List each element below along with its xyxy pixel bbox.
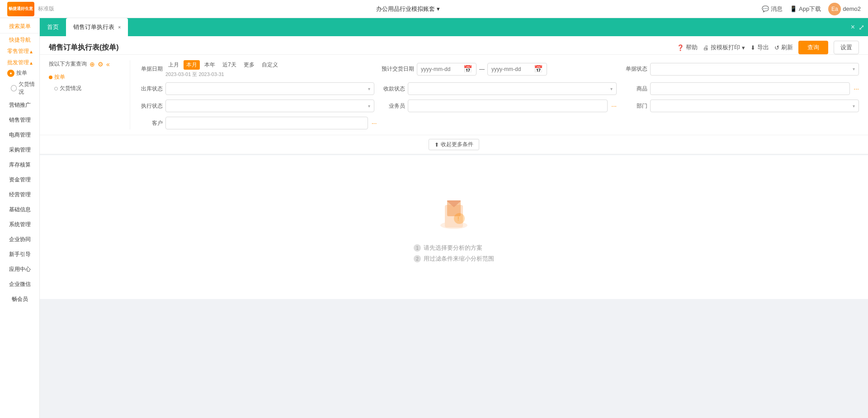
- active-tab-label: 销售订单执行表: [73, 23, 114, 31]
- sidebar-item-finance[interactable]: 资金管理: [0, 172, 39, 187]
- filter-row-1: 单据日期 上月 本月 本年 近7天 更多 自定义: [139, 60, 859, 78]
- payment-chevron-icon: ▾: [610, 86, 613, 91]
- sidebar-vip-label: 畅会员: [12, 295, 28, 303]
- scheme-settings-icon[interactable]: ⚙: [98, 61, 104, 68]
- sidebar-basic-label: 基础信息: [9, 206, 31, 214]
- settings-button[interactable]: 设置: [834, 41, 859, 54]
- sidebar-item-inventory[interactable]: 库存核算: [0, 157, 39, 172]
- main-layout: 搜索菜单 快捷导航 零售管理 ▴ 批发管理 ▴ ● 按单 欠货情况 营销推广 销…: [0, 18, 868, 418]
- export-icon: ⬇: [750, 44, 755, 51]
- tab-bar-actions: × ⤢: [851, 23, 868, 32]
- sidebar-sales-label: 销售管理: [9, 116, 31, 124]
- refresh-button[interactable]: ↺ 刷新: [774, 43, 793, 52]
- empty-tips: 1 请先选择要分析的方案 2 用过滤条件来缩小分析范围: [414, 244, 494, 263]
- help-icon: ❓: [677, 44, 684, 51]
- empty-state: ! 1 请先选择要分析的方案 2 用过滤条件来缩小分析范围: [40, 155, 868, 299]
- date-tab-7days[interactable]: 近7天: [220, 60, 239, 70]
- filter-row-3: 执行状态 ▾ 业务员 ···: [139, 100, 859, 112]
- date-tab-this-year[interactable]: 本年: [202, 60, 218, 70]
- expected-date-start-wrap[interactable]: 📅: [417, 63, 476, 76]
- sidebar-item-vip[interactable]: 畅会员: [0, 292, 39, 307]
- app-download-button[interactable]: 📱 App下载: [790, 5, 821, 13]
- svg-point-4: [454, 213, 465, 224]
- content-area: 首页 销售订单执行表 × × ⤢ 销售订单执行表(按单) ❓ 帮助: [40, 18, 868, 418]
- salesperson-label: 业务员: [382, 102, 405, 110]
- filter-fields: 单据日期 上月 本月 本年 近7天 更多 自定义: [139, 60, 859, 129]
- sidebar-debt-label: 欠货情况: [19, 81, 39, 96]
- goods-ellipsis-icon[interactable]: ···: [854, 85, 859, 92]
- print-button[interactable]: 🖨 按模板打印 ▾: [703, 43, 745, 52]
- sidebar-item-newbie[interactable]: 新手引导: [0, 247, 39, 262]
- delivery-chevron-icon: ▾: [368, 86, 370, 91]
- date-tab-this-month[interactable]: 本月: [184, 60, 200, 70]
- goods-input[interactable]: [650, 82, 850, 95]
- sidebar-ecommerce-label: 电商管理: [9, 131, 31, 139]
- sidebar-item-basic[interactable]: 基础信息: [0, 202, 39, 217]
- sidebar-item-operations[interactable]: 经营管理: [0, 187, 39, 202]
- expected-date-start-input[interactable]: [421, 66, 462, 72]
- expected-date-label: 预计交货日期: [382, 65, 414, 73]
- refresh-icon: ↺: [774, 44, 779, 51]
- sidebar-item-press-order[interactable]: ● 按单: [0, 67, 39, 79]
- sidebar-item-wechat[interactable]: 企业微信: [0, 277, 39, 292]
- date-tab-last-month[interactable]: 上月: [165, 60, 182, 70]
- date-tab-custom[interactable]: 自定义: [259, 60, 281, 70]
- tab-minimize-icon[interactable]: ×: [851, 23, 855, 31]
- filter-row-2: 出库状态 ▾ 收款状态 ▾: [139, 82, 859, 95]
- scheme-collapse-icon[interactable]: «: [106, 61, 110, 68]
- payment-status-select[interactable]: ▾: [408, 82, 617, 95]
- filter-goods-field: 商品 ···: [624, 82, 859, 95]
- sidebar-item-appstore[interactable]: 应用中心: [0, 262, 39, 277]
- app-title[interactable]: 办公用品行业模拟账套 ▾: [376, 5, 440, 13]
- sidebar-item-system[interactable]: 系统管理: [0, 217, 39, 232]
- sidebar-search[interactable]: 搜索菜单: [0, 18, 39, 33]
- sidebar-item-retail[interactable]: 零售管理 ▴: [0, 45, 39, 56]
- filter-date-field: 单据日期 上月 本月 本年 近7天 更多 自定义: [139, 60, 374, 78]
- sidebar-item-purchase[interactable]: 采购管理: [0, 142, 39, 157]
- sidebar-item-marketing[interactable]: 营销推广: [0, 98, 39, 113]
- date-tab-more[interactable]: 更多: [241, 60, 257, 70]
- sidebar-quick-nav[interactable]: 快捷导航: [0, 33, 39, 45]
- tab-sales-order[interactable]: 销售订单执行表 ×: [66, 18, 128, 36]
- scheme-item-press-order[interactable]: 按单: [49, 71, 123, 83]
- sidebar-item-ecommerce[interactable]: 电商管理: [0, 128, 39, 142]
- user-menu[interactable]: Ea demo2: [828, 3, 861, 15]
- chevron-up-icon: ▴: [30, 48, 33, 55]
- messages-button[interactable]: 💬 消息: [762, 5, 783, 13]
- filter-main: 按以下方案查询 ⊕ ⚙ « 按单 欠货情况: [49, 60, 859, 129]
- sidebar-wechat-label: 企业微信: [9, 280, 31, 288]
- filter-customer-field: 客户 ···: [139, 117, 377, 129]
- topbar: 畅捷通好生意 标准版 办公用品行业模拟账套 ▾ 💬 消息 📱 App下载 Ea …: [0, 0, 868, 18]
- sidebar-item-debt[interactable]: 欠货情况: [0, 79, 39, 98]
- export-button[interactable]: ⬇ 导出: [750, 43, 769, 52]
- salesperson-ellipsis-icon[interactable]: ···: [611, 102, 617, 109]
- sidebar-operations-label: 经营管理: [9, 191, 31, 199]
- exec-chevron-icon: ▾: [368, 104, 370, 109]
- collapse-button[interactable]: ⬆ 收起更多条件: [429, 139, 479, 150]
- tab-home[interactable]: 首页: [40, 18, 66, 36]
- filter-doc-status-field: 单据状态 ▾: [624, 63, 859, 76]
- expected-date-end-input[interactable]: [491, 66, 532, 72]
- tab-maximize-icon[interactable]: ⤢: [859, 23, 864, 32]
- doc-status-select[interactable]: ▾: [650, 63, 859, 76]
- query-button[interactable]: 查询: [798, 41, 828, 54]
- sidebar-item-wholesale[interactable]: 批发管理 ▴: [0, 56, 39, 67]
- help-button[interactable]: ❓ 帮助: [677, 43, 698, 52]
- doc-status-label: 单据状态: [624, 65, 647, 73]
- department-select[interactable]: ▾: [650, 100, 859, 112]
- active-indicator: ●: [7, 70, 14, 77]
- tab-close-icon[interactable]: ×: [118, 24, 121, 30]
- customer-input[interactable]: [165, 117, 368, 129]
- print-icon: 🖨: [703, 44, 709, 51]
- sidebar-item-enterprise[interactable]: 企业协同: [0, 232, 39, 247]
- salesperson-input[interactable]: [408, 100, 608, 112]
- tab-bar: 首页 销售订单执行表 × × ⤢: [40, 18, 868, 36]
- logo: 畅捷通好生意: [7, 2, 34, 16]
- expected-date-end-wrap[interactable]: 📅: [487, 63, 547, 76]
- customer-ellipsis-icon[interactable]: ···: [372, 119, 377, 127]
- scheme-item-debt[interactable]: 欠货情况: [49, 83, 123, 94]
- exec-status-select[interactable]: ▾: [165, 100, 374, 112]
- scheme-add-icon[interactable]: ⊕: [90, 61, 95, 68]
- delivery-status-select[interactable]: ▾: [165, 82, 374, 95]
- sidebar-item-sales[interactable]: 销售管理: [0, 113, 39, 128]
